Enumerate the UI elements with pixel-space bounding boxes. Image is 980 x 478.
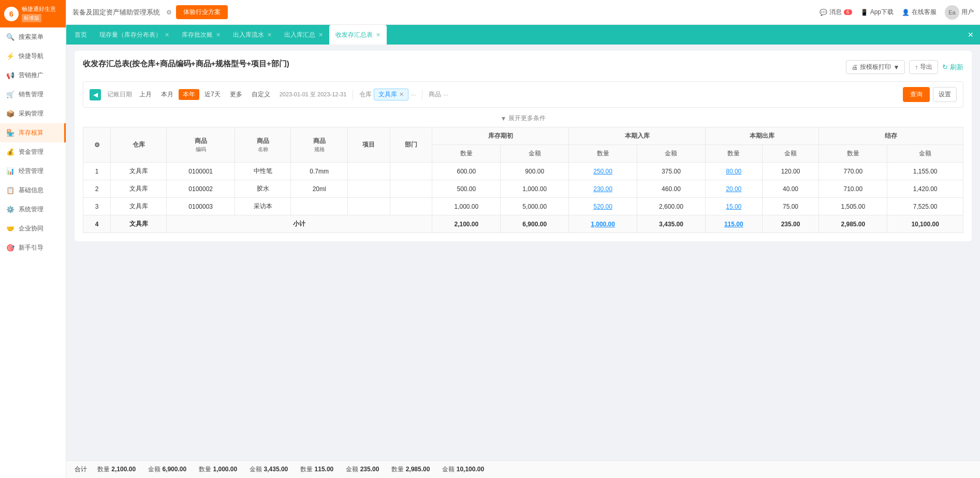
tab-close-inout-summary[interactable]: ✕ [318, 32, 323, 38]
cell-in-qty[interactable]: 520.00 [569, 198, 637, 215]
warehouse-filter-more[interactable]: ··· [411, 91, 416, 98]
service-icon: 👤 [902, 9, 910, 16]
logo-edition: 标准版 [22, 14, 41, 22]
app-download-item[interactable]: 📱 App下载 [860, 8, 894, 17]
col-group-out: 本期出库 [705, 127, 819, 145]
sidebar-item-label: 基础信息 [19, 186, 43, 195]
print-icon: 🖨 [852, 64, 858, 71]
table-row: 3 文具库 0100003 采访本 1,000.00 5,000.00 520.… [83, 198, 963, 215]
cell-out-qty[interactable]: 15.00 [705, 198, 762, 215]
trial-button[interactable]: 体验行业方案 [176, 5, 228, 19]
filter-divider-2 [422, 90, 422, 100]
sidebar-item-purchase[interactable]: 📦 采购管理 [0, 104, 66, 123]
inventory-icon: 🏪 [6, 129, 14, 137]
sidebar-item-label: 库存核算 [19, 128, 43, 137]
cell-goods-spec: 0.7mm [291, 163, 348, 180]
cell-out-qty[interactable]: 80.00 [705, 163, 762, 180]
total-close-qty: 数量 2,985.00 [391, 465, 430, 474]
sidebar-item-finance[interactable]: 💰 资金管理 [0, 142, 66, 162]
cell-goods-spec: 20ml [291, 180, 348, 198]
phone-icon: 📱 [860, 9, 868, 16]
cell-goods-name: 胶水 [235, 180, 291, 198]
cell-out-qty[interactable]: 20.00 [705, 180, 762, 198]
online-service-label: 在线客服 [912, 8, 937, 17]
print-button[interactable]: 🖨 按模板打印 ▼ [846, 60, 905, 74]
col-dept: 部门 [390, 127, 432, 163]
warehouse-tag-close[interactable]: ✕ [399, 91, 404, 98]
sidebar-item-sales[interactable]: 🛒 销售管理 [0, 85, 66, 104]
date-btn-本月[interactable]: 本月 [157, 89, 178, 100]
tab-inout-flow[interactable]: 出入库流水✕ [227, 25, 278, 45]
tabbar-close-button[interactable]: ✕ [963, 31, 978, 39]
tab-label: 出入库流水 [233, 31, 264, 39]
goods-filter-more[interactable]: ··· [443, 91, 448, 98]
message-label: 消息 [829, 8, 842, 17]
table-row: 2 文具库 0100002 胶水 20ml 500.00 1,000.00 23… [83, 180, 963, 198]
sidebar-item-enterprise[interactable]: 🤝 企业协同 [0, 219, 66, 238]
sidebar-item-label: 新手引导 [19, 243, 43, 252]
message-item[interactable]: 💬 消息 6 [820, 8, 852, 17]
subtotal-warehouse: 文具库 [111, 215, 167, 233]
cell-in-qty[interactable]: 250.00 [569, 163, 637, 180]
sidebar-item-quick-nav[interactable]: ⚡ 快捷导航 [0, 47, 66, 66]
tab-batch[interactable]: 库存批次账✕ [175, 25, 227, 45]
user-item[interactable]: Ea 用户 [945, 5, 974, 20]
sidebar-item-inventory[interactable]: 🏪 库存核算 [0, 123, 66, 142]
cell-goods-spec [291, 198, 348, 215]
col-out-amt: 金额 [762, 145, 819, 163]
warehouse-filter-label: 仓库 [359, 90, 372, 99]
tab-close-batch[interactable]: ✕ [216, 32, 221, 38]
sidebar-item-system[interactable]: ⚙️ 系统管理 [0, 200, 66, 219]
date-btn-上月[interactable]: 上月 [135, 89, 156, 100]
tab-recv-send-summary[interactable]: 收发存汇总表✕ [329, 25, 387, 45]
cell-in-qty[interactable]: 230.00 [569, 180, 637, 198]
tab-inventory-dist[interactable]: 现存量（库存分布表）✕ [93, 25, 175, 45]
col-goods-spec: 商品规格 [291, 127, 348, 163]
export-button[interactable]: ↑ 导出 [909, 60, 938, 74]
tabbar: 首页现存量（库存分布表）✕库存批次账✕出入库流水✕出入库汇总✕收发存汇总表✕ ✕ [66, 25, 980, 45]
cell-warehouse: 文具库 [111, 198, 167, 215]
tab-close-inventory-dist[interactable]: ✕ [165, 32, 169, 38]
cell-out-amt: 120.00 [762, 163, 819, 180]
tab-inout-summary[interactable]: 出入库汇总✕ [278, 25, 329, 45]
marketing-icon: 📢 [6, 71, 14, 80]
filter-collapse-button[interactable]: ◀ [90, 89, 101, 100]
sidebar-item-label: 销售管理 [19, 90, 43, 99]
subtotal-out-qty[interactable]: 115.00 [705, 215, 762, 233]
date-btn-近7天[interactable]: 近7天 [200, 89, 225, 100]
sidebar-item-operation[interactable]: 📊 经营管理 [0, 162, 66, 181]
page-card: 收发存汇总表(按仓库+商品编码+商品+规格型号+项目+部门) 🖨 按模板打印 ▼… [75, 51, 972, 241]
guide-icon: 🎯 [6, 244, 14, 252]
date-btn-本年[interactable]: 本年 [179, 89, 199, 100]
query-button[interactable]: 查询 [903, 87, 930, 102]
tab-close-inout-flow[interactable]: ✕ [267, 32, 272, 38]
basic-icon: 📋 [6, 186, 14, 195]
logo-text: 畅捷通好生意 [22, 5, 56, 13]
date-btn-更多[interactable]: 更多 [226, 89, 246, 100]
col-close-qty: 数量 [819, 145, 887, 163]
refresh-button[interactable]: ↻ 刷新 [942, 63, 963, 72]
gear-icon[interactable]: ⚙ [166, 9, 172, 16]
sidebar-item-guide[interactable]: 🎯 新手引导 [0, 238, 66, 257]
sidebar-item-search[interactable]: 🔍 搜索菜单 [0, 27, 66, 47]
cell-project [348, 163, 390, 180]
sidebar-logo: 6 畅捷通好生意 标准版 [0, 0, 66, 27]
total-in-qty: 数量 1,000.00 [199, 465, 237, 474]
tab-label: 库存批次账 [182, 31, 213, 39]
date-filter-label: 记账日期 [107, 90, 132, 99]
subtotal-in-qty[interactable]: 1,000.00 [569, 215, 637, 233]
topbar-left: 装备及固定资产辅助管理系统 ⚙ 体验行业方案 [72, 5, 228, 19]
expand-button[interactable]: ▼ 展开更多条件 [501, 114, 546, 123]
table-row: 1 文具库 0100001 中性笔 0.7mm 600.00 900.00 25… [83, 163, 963, 180]
tab-home[interactable]: 首页 [68, 25, 93, 45]
settings-button[interactable]: 设置 [933, 87, 957, 102]
date-btn-自定义[interactable]: 自定义 [247, 89, 274, 100]
online-service-item[interactable]: 👤 在线客服 [902, 8, 937, 17]
cell-open-amt: 900.00 [501, 163, 569, 180]
tab-close-recv-send-summary[interactable]: ✕ [376, 32, 381, 38]
subtotal-close-qty: 2,985.00 [819, 215, 887, 233]
sidebar-item-basic[interactable]: 📋 基础信息 [0, 181, 66, 200]
table-settings-icon[interactable]: ⚙ [83, 127, 111, 163]
sidebar-item-marketing[interactable]: 📢 营销推广 [0, 66, 66, 85]
col-close-amt: 金额 [887, 145, 963, 163]
